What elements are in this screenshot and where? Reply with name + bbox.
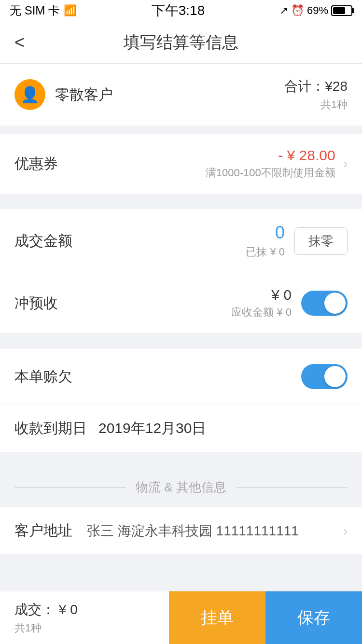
logistics-title: 物流 & 其他信息 xyxy=(136,479,226,496)
due-date-value: 2019年12月30日 xyxy=(98,419,206,438)
due-date-row: 收款到期日 2019年12月30日 xyxy=(0,405,362,452)
round-zero-button[interactable]: 抹零 xyxy=(294,227,348,255)
credit-section: 本单赊欠 收款到期日 2019年12月30日 xyxy=(0,349,362,452)
credit-label: 本单赊欠 xyxy=(14,367,72,387)
deal-section: 成交金额 0 已抹 ¥ 0 抹零 冲预收 ¥ 0 应收金额 ¥ 0 xyxy=(0,209,362,333)
status-bar: 无 SIM 卡 📶 下午3:18 ↗ ⏰ 69% xyxy=(0,0,362,21)
customer-info: 👤 零散客户 xyxy=(14,79,113,110)
deal-input-area: 0 已抹 ¥ 0 抹零 xyxy=(246,223,348,259)
coupon-right: - ¥ 28.00 满1000-100不限制使用金额 › xyxy=(206,147,348,180)
total-count: 共1种 xyxy=(284,98,348,112)
prepay-label: 冲预收 xyxy=(14,294,58,313)
prepay-toggle[interactable] xyxy=(301,291,348,316)
status-right: ↗ ⏰ 69% xyxy=(279,4,352,17)
bottom-info: 成交： ¥ 0 共1种 xyxy=(0,601,169,635)
total-amount: 合计：¥28 xyxy=(284,77,348,96)
credit-toggle[interactable] xyxy=(301,364,348,389)
deal-amount-label: 成交金额 xyxy=(14,231,72,251)
coupon-amount: - ¥ 28.00 xyxy=(206,147,335,164)
location-icon: ↗ xyxy=(279,4,288,17)
status-left: 无 SIM 卡 📶 xyxy=(10,3,77,18)
coupon-section: 优惠券 - ¥ 28.00 满1000-100不限制使用金额 › xyxy=(0,133,362,194)
logistics-header: 物流 & 其他信息 xyxy=(0,467,362,507)
customer-row: 👤 零散客户 合计：¥28 共1种 xyxy=(0,64,362,126)
divider-3 xyxy=(0,460,362,467)
address-value: 张三 海淀永丰科技园 11111111111 xyxy=(87,522,329,540)
content-area: 👤 零散客户 合计：¥28 共1种 优惠券 - ¥ 28.00 满1000-10… xyxy=(0,64,362,620)
status-time: 下午3:18 xyxy=(152,1,205,20)
deal-value[interactable]: 0 xyxy=(246,223,285,243)
credit-row: 本单赊欠 xyxy=(0,349,362,405)
logistics-line-right xyxy=(236,487,348,488)
toggle-knob xyxy=(324,293,346,314)
back-button[interactable]: < xyxy=(14,32,25,53)
deal-amount-row: 成交金额 0 已抹 ¥ 0 抹零 xyxy=(0,209,362,273)
already-zero-text: 已抹 ¥ 0 xyxy=(246,245,285,259)
battery-icon xyxy=(331,5,352,16)
wifi-icon: 📶 xyxy=(64,4,77,17)
logistics-line-left xyxy=(14,487,126,488)
credit-toggle-knob xyxy=(324,366,346,387)
customer-section: 👤 零散客户 合计：¥28 共1种 xyxy=(0,64,362,126)
bottom-deal-label: 成交： xyxy=(14,602,55,617)
prepay-values: ¥ 0 应收金额 ¥ 0 xyxy=(231,287,292,320)
address-row[interactable]: 客户地址 张三 海淀永丰科技园 11111111111 › xyxy=(0,507,362,554)
prepay-right: ¥ 0 应收金额 ¥ 0 xyxy=(231,287,348,320)
prepay-row: 冲预收 ¥ 0 应收金额 ¥ 0 xyxy=(0,273,362,333)
nav-bar: < 填写结算等信息 xyxy=(0,21,362,64)
customer-name: 零散客户 xyxy=(55,85,113,105)
address-label: 客户地址 xyxy=(14,521,72,541)
deal-value-block: 0 已抹 ¥ 0 xyxy=(246,223,285,259)
due-date-label: 收款到期日 xyxy=(14,419,87,438)
battery-fill xyxy=(333,7,345,14)
coupon-label: 优惠券 xyxy=(14,154,58,174)
address-section: 客户地址 张三 海淀永丰科技园 11111111111 › xyxy=(0,507,362,554)
divider-1 xyxy=(0,201,362,209)
coupon-chevron-icon: › xyxy=(343,156,348,171)
save-button[interactable]: 保存 xyxy=(265,591,362,644)
prepay-receivable: 应收金额 ¥ 0 xyxy=(231,305,292,320)
bottom-bar: 成交： ¥ 0 共1种 挂单 保存 xyxy=(0,591,362,644)
bottom-count: 共1种 xyxy=(14,621,154,635)
avatar: 👤 xyxy=(14,79,45,110)
bottom-deal-amount: ¥ 0 xyxy=(59,602,78,617)
hang-order-button[interactable]: 挂单 xyxy=(169,591,265,644)
bottom-deal-text: 成交： ¥ 0 xyxy=(14,601,154,619)
page-title: 填写结算等信息 xyxy=(124,31,238,54)
coupon-value-block: - ¥ 28.00 满1000-100不限制使用金额 xyxy=(206,147,335,180)
carrier-text: 无 SIM 卡 xyxy=(10,3,60,18)
coupon-row[interactable]: 优惠券 - ¥ 28.00 满1000-100不限制使用金额 › xyxy=(0,133,362,194)
address-chevron-icon: › xyxy=(343,523,348,539)
avatar-icon: 👤 xyxy=(20,85,40,104)
divider-2 xyxy=(0,341,362,349)
prepay-amount: ¥ 0 xyxy=(231,287,292,303)
coupon-desc: 满1000-100不限制使用金额 xyxy=(206,166,335,180)
battery-percent: 69% xyxy=(307,4,328,17)
customer-total: 合计：¥28 共1种 xyxy=(284,77,348,112)
alarm-icon: ⏰ xyxy=(291,4,304,17)
